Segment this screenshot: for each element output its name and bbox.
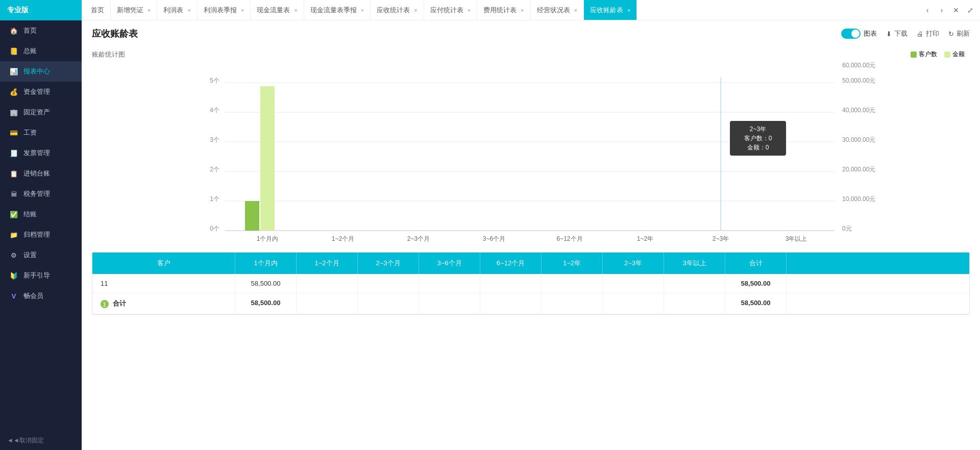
sidebar-item-payroll[interactable]: 💳 工资 bbox=[0, 122, 82, 143]
bar-amount-0 bbox=[260, 86, 275, 231]
tab-ap-stat-close[interactable]: × bbox=[468, 7, 471, 13]
cell-y12-0 bbox=[542, 274, 603, 293]
cell-total-m36 bbox=[419, 293, 480, 314]
sidebar-item-member[interactable]: V 畅会员 bbox=[0, 286, 82, 306]
cell-total-y23 bbox=[603, 293, 664, 314]
download-icon: ⬇ bbox=[886, 30, 892, 38]
unpin-button[interactable]: ◄◄取消固定 bbox=[0, 431, 82, 450]
print-button[interactable]: 🖨 打印 bbox=[917, 29, 939, 38]
sidebar-label-archive: 归档管理 bbox=[23, 230, 50, 239]
tab-ar-stat[interactable]: 应收统计表 × bbox=[371, 0, 424, 20]
tab-cashflow-close[interactable]: × bbox=[294, 7, 297, 13]
svg-text:0元: 0元 bbox=[842, 225, 852, 232]
sidebar-item-tax[interactable]: 🏛 税务管理 bbox=[0, 184, 82, 204]
sidebar-item-fund[interactable]: 💰 资金管理 bbox=[0, 82, 82, 102]
sidebar-label-ledger: 总账 bbox=[23, 46, 37, 56]
svg-text:20,000.00元: 20,000.00元 bbox=[842, 166, 875, 173]
sidebar-label-asset: 固定资产 bbox=[23, 108, 50, 117]
legend-amount-label: 金额 bbox=[952, 50, 965, 59]
sidebar-label-guide: 新手引导 bbox=[23, 271, 50, 280]
table-row: 11 58,500.00 58,500.00 bbox=[92, 274, 969, 293]
tab-profit-season-close[interactable]: × bbox=[241, 7, 244, 13]
tab-ar-age-label: 应收账龄表 bbox=[590, 6, 623, 15]
sidebar-item-guide[interactable]: 🔰 新手引导 bbox=[0, 265, 82, 286]
checkout-icon: ✅ bbox=[9, 210, 18, 219]
legend-customers: 客户数 bbox=[911, 50, 937, 59]
tab-home[interactable]: 首页 bbox=[85, 0, 111, 20]
cell-total-m23 bbox=[358, 293, 419, 314]
tab-next-button[interactable]: › bbox=[935, 4, 948, 17]
tab-operation[interactable]: 经营状况表 × bbox=[531, 0, 584, 20]
tab-cashflow-season[interactable]: 现金流量表季报 × bbox=[304, 0, 371, 20]
tab-profit-label: 利润表 bbox=[163, 6, 183, 15]
tab-prev-button[interactable]: ‹ bbox=[921, 4, 934, 17]
tab-ar-age[interactable]: 应收账龄表 × bbox=[584, 0, 637, 20]
sidebar-item-purchase[interactable]: 📋 进销台账 bbox=[0, 163, 82, 184]
data-table: 客户 1个月内 1~2个月 2~3个月 3~6个月 6~12个月 1~2年 2~… bbox=[92, 252, 970, 315]
invoice-icon: 🧾 bbox=[9, 148, 18, 158]
archive-icon: 📁 bbox=[9, 230, 18, 239]
tab-expand-button[interactable]: ⤢ bbox=[964, 4, 977, 17]
sidebar-label-member: 畅会员 bbox=[23, 291, 43, 301]
svg-text:50,000.00元: 50,000.00元 bbox=[842, 77, 875, 84]
legend-customers-dot bbox=[911, 52, 917, 58]
tab-operation-close[interactable]: × bbox=[574, 7, 577, 13]
svg-text:1个月内: 1个月内 bbox=[257, 235, 279, 242]
cell-customer-0: 11 bbox=[92, 274, 235, 293]
tab-profit[interactable]: 利润表 × bbox=[157, 0, 197, 20]
print-icon: 🖨 bbox=[917, 30, 923, 38]
tab-ar-stat-close[interactable]: × bbox=[414, 7, 417, 13]
sidebar-item-asset[interactable]: 🏢 固定资产 bbox=[0, 102, 82, 122]
sidebar-label-report: 报表中心 bbox=[23, 67, 50, 76]
sidebar-item-invoice[interactable]: 🧾 发票管理 bbox=[0, 143, 82, 163]
tab-expense-stat-close[interactable]: × bbox=[521, 7, 524, 13]
tab-ar-stat-label: 应收统计表 bbox=[377, 6, 410, 15]
chart-toggle[interactable] bbox=[841, 29, 861, 39]
sidebar-item-settings[interactable]: ⚙ 设置 bbox=[0, 245, 82, 265]
tab-voucher-close[interactable]: × bbox=[148, 7, 151, 13]
download-button[interactable]: ⬇ 下载 bbox=[886, 29, 908, 38]
sidebar-label-checkout: 结账 bbox=[23, 210, 37, 219]
download-label: 下载 bbox=[894, 29, 908, 38]
col-m1: 1个月内 bbox=[235, 253, 297, 274]
tab-expense-stat[interactable]: 费用统计表 × bbox=[477, 0, 530, 20]
tab-ap-stat[interactable]: 应付统计表 × bbox=[424, 0, 477, 20]
toggle-label: 图表 bbox=[864, 29, 877, 38]
sidebar-item-report[interactable]: 📊 报表中心 bbox=[0, 61, 82, 82]
tab-close-all-button[interactable]: ✕ bbox=[949, 4, 963, 17]
tab-ap-stat-label: 应付统计表 bbox=[430, 6, 463, 15]
svg-text:3个: 3个 bbox=[210, 136, 219, 143]
tab-operation-label: 经营状况表 bbox=[537, 6, 570, 15]
sidebar-item-home[interactable]: 🏠 首页 bbox=[0, 20, 82, 41]
sidebar: 专业版 🏠 首页 📒 总账 📊 报表中心 💰 资金管理 🏢 固定资产 💳 工资 … bbox=[0, 0, 82, 450]
refresh-button[interactable]: ↻ 刷新 bbox=[948, 29, 970, 38]
tab-profit-close[interactable]: × bbox=[187, 7, 190, 13]
header-actions: 图表 ⬇ 下载 🖨 打印 ↻ 刷新 bbox=[841, 29, 970, 39]
tab-cashflow-season-close[interactable]: × bbox=[361, 7, 364, 13]
sidebar-item-ledger[interactable]: 📒 总账 bbox=[0, 41, 82, 61]
chart-area: 账龄统计图 客户数 金额 0个 1个 2个 3个 bbox=[82, 45, 980, 246]
sidebar-item-archive[interactable]: 📁 归档管理 bbox=[0, 224, 82, 245]
cell-total-total: 58,500.00 bbox=[725, 293, 787, 314]
tab-ar-age-close[interactable]: × bbox=[627, 7, 630, 13]
tab-voucher[interactable]: 新增凭证 × bbox=[111, 0, 157, 20]
sidebar-item-checkout[interactable]: ✅ 结账 bbox=[0, 204, 82, 224]
svg-text:3~6个月: 3~6个月 bbox=[483, 235, 505, 242]
bar-customers-0 bbox=[245, 201, 259, 231]
chart-legend: 客户数 金额 bbox=[911, 50, 965, 59]
legend-amount-dot bbox=[944, 52, 950, 58]
tab-cashflow[interactable]: 现金流量表 × bbox=[251, 0, 304, 20]
tab-home-label: 首页 bbox=[91, 6, 104, 15]
tab-cashflow-season-label: 现金流量表季报 bbox=[310, 6, 357, 15]
svg-text:4个: 4个 bbox=[210, 107, 219, 114]
tab-nav-buttons: ‹ › ✕ ⤢ bbox=[921, 4, 977, 17]
legend-amount: 金额 bbox=[944, 50, 965, 59]
main-content: 首页 新增凭证 × 利润表 × 利润表季报 × 现金流量表 × 现金流量表季报 … bbox=[82, 0, 980, 450]
page-content: 应收账龄表 图表 ⬇ 下载 🖨 打印 ↻ 刷新 bbox=[82, 20, 980, 450]
tab-profit-season[interactable]: 利润表季报 × bbox=[198, 0, 251, 20]
ledger-icon: 📒 bbox=[9, 46, 18, 56]
cell-m12-0 bbox=[297, 274, 358, 293]
svg-text:6~12个月: 6~12个月 bbox=[556, 235, 582, 242]
table-header-row: 客户 1个月内 1~2个月 2~3个月 3~6个月 6~12个月 1~2年 2~… bbox=[92, 253, 969, 274]
refresh-icon: ↻ bbox=[948, 30, 954, 38]
